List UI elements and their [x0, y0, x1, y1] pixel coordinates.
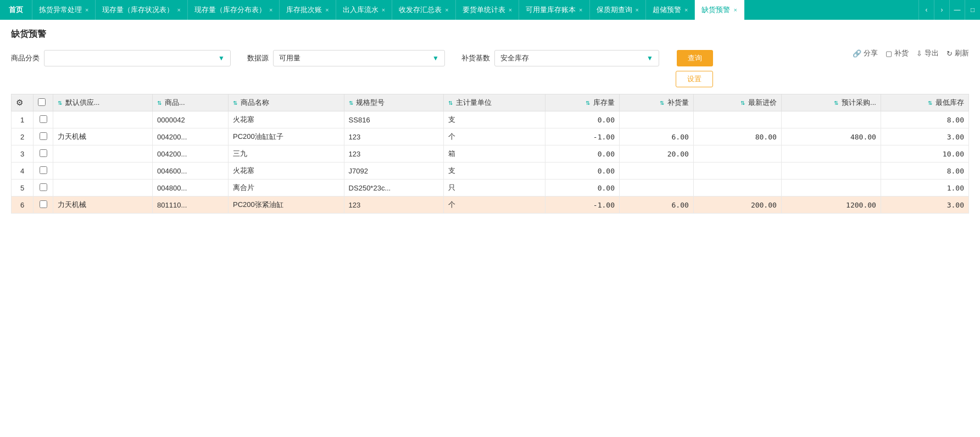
th-checkbox	[34, 94, 53, 111]
tab-inventory-status[interactable]: 现存量（库存状况表） ×	[96, 0, 187, 20]
cell-stock-qty: -1.00	[545, 197, 620, 214]
share-button[interactable]: 🔗 分享	[853, 48, 878, 58]
tab-expiry-query[interactable]: 保质期查询 ×	[590, 0, 646, 20]
th-latest-price: ⇅ 最新进价	[693, 94, 781, 111]
row-checkbox-input[interactable]	[40, 149, 47, 157]
close-icon[interactable]: ×	[684, 7, 688, 13]
cell-stock-qty: -1.00	[545, 128, 620, 145]
restock-base-select[interactable]: 安全库存 ▼	[494, 50, 659, 66]
export-icon: ⇩	[916, 49, 922, 58]
cell-unit: 箱	[443, 145, 545, 163]
refresh-icon: ↻	[946, 49, 953, 58]
th-product-code: ⇅ 商品...	[153, 94, 229, 111]
row-checkbox-input[interactable]	[40, 115, 47, 123]
cell-product-name: PC200张紧油缸	[228, 197, 344, 214]
nav-left-btn[interactable]: ‹	[918, 0, 934, 20]
cell-estimated-purchase	[781, 163, 881, 180]
row-number: 4	[12, 163, 34, 180]
tab-batch-account[interactable]: 库存批次账 ×	[280, 0, 336, 20]
table-row: 10000042火花塞SS816支0.008.00	[12, 111, 969, 128]
cell-spec: 123	[344, 145, 443, 163]
tab-available-book[interactable]: 可用量库存账本 ×	[519, 0, 589, 20]
close-icon[interactable]: ×	[445, 7, 448, 13]
th-settings: ⚙	[12, 94, 34, 111]
row-checkbox	[34, 111, 53, 128]
cell-stock-qty: 0.00	[545, 111, 620, 128]
sort-icon: ⇅	[660, 100, 664, 106]
category-select[interactable]: ▼	[44, 50, 231, 66]
top-nav: 首页 拣货异常处理 × 现存量（库存状况表） × 现存量（库存分布表） × 库存…	[0, 0, 980, 20]
nav-right-btn[interactable]: ›	[934, 0, 949, 20]
close-icon[interactable]: ×	[85, 7, 88, 13]
refresh-button[interactable]: ↻ 刷新	[946, 48, 969, 58]
row-checkbox-input[interactable]	[40, 183, 47, 191]
gear-icon[interactable]: ⚙	[16, 98, 23, 107]
chevron-down-icon: ▼	[218, 54, 225, 62]
query-button[interactable]: 查询	[677, 50, 713, 66]
restock-button[interactable]: ▢ 补货	[886, 48, 909, 58]
cell-supplier: 力天机械	[53, 197, 153, 214]
select-all-checkbox[interactable]	[38, 98, 46, 106]
cell-stock-qty: 0.00	[545, 163, 620, 180]
cell-spec: SS816	[344, 111, 443, 128]
cell-supplier	[53, 145, 153, 163]
tab-order-stat[interactable]: 要货单统计表 ×	[456, 0, 519, 20]
row-checkbox	[34, 128, 53, 145]
cell-restock-qty: 20.00	[619, 145, 693, 163]
close-icon[interactable]: ×	[269, 7, 272, 13]
cell-spec: 123	[344, 128, 443, 145]
tab-shortage-warn[interactable]: 缺货预警 ×	[695, 0, 744, 20]
cell-product-code: 004600...	[153, 163, 229, 180]
table-row: 6力天机械801110...PC200张紧油缸123个-1.006.00200.…	[12, 197, 969, 214]
close-icon[interactable]: ×	[733, 7, 737, 13]
cell-restock-qty: 6.00	[619, 128, 693, 145]
row-checkbox	[34, 197, 53, 214]
close-icon[interactable]: ×	[636, 7, 639, 13]
cell-latest-price: 80.00	[693, 128, 781, 145]
tab-receive-summary[interactable]: 收发存汇总表 ×	[392, 0, 455, 20]
cell-latest-price	[693, 163, 781, 180]
cell-restock-qty	[619, 111, 693, 128]
tab-inout-flow[interactable]: 出入库流水 ×	[336, 0, 392, 20]
main-content: 缺货预警 🔗 分享 ▢ 补货 ⇩ 导出 ↻ 刷新 商品分类 ▼	[0, 20, 980, 437]
row-number: 2	[12, 128, 34, 145]
cell-product-name: 火花塞	[228, 163, 344, 180]
cell-unit: 个	[443, 128, 545, 145]
cell-stock-qty: 0.00	[545, 180, 620, 197]
close-icon[interactable]: ×	[382, 7, 385, 13]
cell-estimated-purchase	[781, 111, 881, 128]
th-stock-qty: ⇅ 库存量	[545, 94, 620, 111]
row-number: 1	[12, 111, 34, 128]
cell-product-code: 004200...	[153, 128, 229, 145]
row-checkbox-input[interactable]	[40, 132, 47, 140]
cell-min-stock: 3.00	[881, 197, 968, 214]
tab-overstock-warn[interactable]: 超储预警 ×	[646, 0, 695, 20]
tab-inventory-dist[interactable]: 现存量（库存分布表） ×	[188, 0, 280, 20]
sort-icon: ⇅	[58, 100, 62, 106]
maximize-btn[interactable]: □	[965, 0, 980, 20]
close-icon[interactable]: ×	[579, 7, 582, 13]
row-checkbox-input[interactable]	[40, 166, 47, 174]
category-label: 商品分类	[11, 53, 40, 63]
tab-home[interactable]: 首页	[0, 0, 32, 20]
close-icon[interactable]: ×	[325, 7, 328, 13]
cell-estimated-purchase: 1200.00	[781, 197, 881, 214]
minimize-btn[interactable]: —	[949, 0, 965, 20]
close-icon[interactable]: ×	[177, 7, 180, 13]
table-row: 4004600...火花塞J7092支0.008.00	[12, 163, 969, 180]
row-checkbox-input[interactable]	[40, 200, 47, 208]
page-title: 缺货预警	[11, 29, 969, 40]
cell-estimated-purchase	[781, 180, 881, 197]
table-row: 3004200...三九123箱0.0020.0010.00	[12, 145, 969, 163]
th-product-name: ⇅ 商品名称	[228, 94, 344, 111]
settings-button[interactable]: 设置	[676, 71, 713, 87]
restock-base-label: 补货基数	[461, 53, 490, 63]
export-button[interactable]: ⇩ 导出	[916, 48, 939, 58]
th-default-supplier: ⇅ 默认供应...	[53, 94, 153, 111]
tab-pick-exception[interactable]: 拣货异常处理 ×	[32, 0, 96, 20]
close-icon[interactable]: ×	[509, 7, 512, 13]
restock-base-value: 安全库存	[500, 53, 529, 63]
action-buttons: 查询 设置	[676, 50, 713, 87]
cell-estimated-purchase	[781, 145, 881, 163]
datasource-select[interactable]: 可用量 ▼	[273, 50, 445, 66]
